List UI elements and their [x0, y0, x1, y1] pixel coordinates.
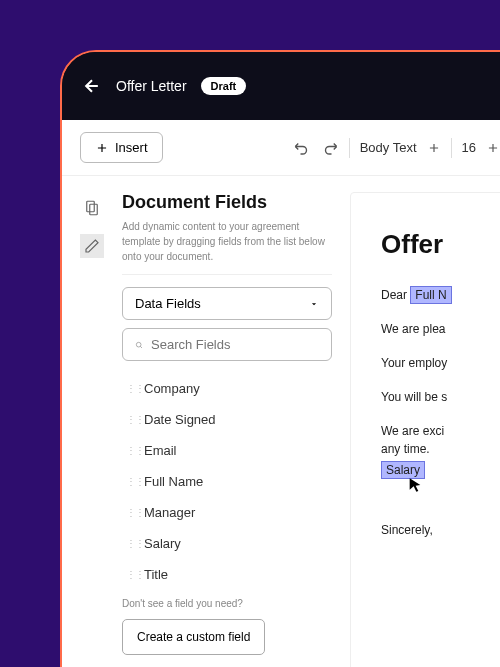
app-header: Offer Letter Draft: [62, 52, 500, 120]
divider: [122, 274, 332, 275]
dropdown-label: Data Fields: [135, 296, 201, 311]
drag-handle-icon: ⋮⋮: [126, 445, 134, 456]
field-item[interactable]: ⋮⋮Title: [122, 559, 332, 590]
search-input[interactable]: [151, 337, 319, 352]
style-add-icon[interactable]: [427, 141, 441, 155]
panel-description: Add dynamic content to your agreement te…: [122, 219, 332, 264]
size-label[interactable]: 16: [462, 140, 476, 155]
app-body: Insert Body Text 16: [62, 120, 500, 667]
doc-heading: Offer: [381, 229, 500, 260]
document-title: Offer Letter: [116, 78, 187, 94]
doc-line: Your employ: [381, 356, 500, 370]
svg-rect-0: [87, 201, 95, 212]
field-list: ⋮⋮Company ⋮⋮Date Signed ⋮⋮Email ⋮⋮Full N…: [122, 373, 332, 590]
search-icon: [135, 338, 143, 352]
document-preview[interactable]: Offer Dear Full N We are plea Your emplo…: [350, 192, 500, 667]
toolbar: Insert Body Text 16: [62, 120, 500, 176]
salary-drop-target: Salary: [381, 463, 425, 477]
svg-rect-1: [90, 204, 98, 215]
toolbar-divider: [349, 138, 350, 158]
fullname-field-tag[interactable]: Full N: [410, 286, 451, 304]
drag-handle-icon: ⋮⋮: [126, 383, 134, 394]
draft-badge: Draft: [201, 77, 247, 95]
redo-button[interactable]: [321, 139, 339, 157]
data-fields-dropdown[interactable]: Data Fields: [122, 287, 332, 320]
insert-label: Insert: [115, 140, 148, 155]
doc-signoff: Sincerely,: [381, 523, 500, 537]
field-item[interactable]: ⋮⋮Email: [122, 435, 332, 466]
create-custom-field-button[interactable]: Create a custom field: [122, 619, 265, 655]
fields-panel: Document Fields Add dynamic content to y…: [122, 192, 332, 667]
drag-handle-icon: ⋮⋮: [126, 507, 134, 518]
undo-button[interactable]: [293, 139, 311, 157]
field-label: Date Signed: [144, 412, 216, 427]
field-label: Email: [144, 443, 177, 458]
content-area: Document Fields Add dynamic content to y…: [62, 176, 500, 667]
back-button[interactable]: [82, 76, 102, 96]
doc-line: We are exci: [381, 424, 500, 438]
pages-icon[interactable]: [80, 196, 104, 220]
doc-line: We are plea: [381, 322, 500, 336]
size-add-icon[interactable]: [486, 141, 500, 155]
field-item[interactable]: ⋮⋮Salary: [122, 528, 332, 559]
field-item[interactable]: ⋮⋮Date Signed: [122, 404, 332, 435]
edit-icon[interactable]: [80, 234, 104, 258]
drag-handle-icon: ⋮⋮: [126, 414, 134, 425]
doc-greeting: Dear Full N: [381, 288, 500, 302]
search-input-wrap[interactable]: [122, 328, 332, 361]
doc-line: any time.: [381, 442, 500, 456]
field-label: Salary: [144, 536, 181, 551]
svg-point-2: [136, 342, 141, 347]
below-text: Don't see a field you need?: [122, 598, 332, 609]
cursor-icon: [407, 477, 423, 493]
panel-title: Document Fields: [122, 192, 332, 213]
field-label: Manager: [144, 505, 195, 520]
drag-handle-icon: ⋮⋮: [126, 569, 134, 580]
drag-handle-icon: ⋮⋮: [126, 538, 134, 549]
field-item[interactable]: ⋮⋮Full Name: [122, 466, 332, 497]
style-label[interactable]: Body Text: [360, 140, 417, 155]
field-label: Title: [144, 567, 168, 582]
side-icons: [80, 192, 104, 667]
insert-button[interactable]: Insert: [80, 132, 163, 163]
app-window: Offer Letter Draft Insert Body Text 16: [60, 50, 500, 667]
toolbar-divider: [451, 138, 452, 158]
field-item[interactable]: ⋮⋮Manager: [122, 497, 332, 528]
drag-handle-icon: ⋮⋮: [126, 476, 134, 487]
field-label: Company: [144, 381, 200, 396]
doc-line: You will be s: [381, 390, 500, 404]
field-label: Full Name: [144, 474, 203, 489]
chevron-down-icon: [309, 299, 319, 309]
field-item[interactable]: ⋮⋮Company: [122, 373, 332, 404]
